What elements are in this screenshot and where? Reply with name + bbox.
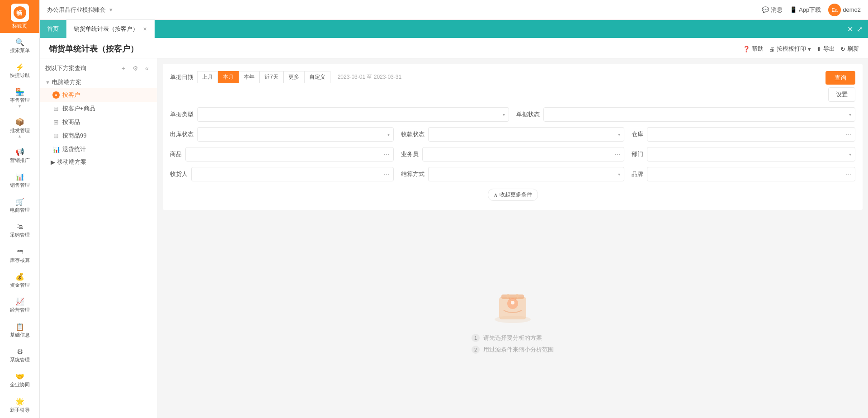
refresh-button[interactable]: ↻ 刷新 bbox=[840, 45, 859, 53]
date-btn-last-month[interactable]: 上月 bbox=[197, 71, 218, 83]
nav-item-wholesale[interactable]: 📦 批发管理 ▴ bbox=[0, 113, 39, 143]
add-scheme-button[interactable]: + bbox=[119, 64, 128, 73]
tab-close-icon[interactable]: ✕ bbox=[143, 26, 147, 32]
tab-actions: ✕ ⤢ bbox=[847, 25, 868, 33]
svg-point-10 bbox=[515, 294, 519, 298]
tree-item-g-icon: ⊞ bbox=[52, 119, 60, 126]
filter-row-receiver-settlement-brand: 收货人 ··· 结算方式 ▾ bbox=[170, 167, 855, 181]
nav-label-inventory: 库存核算 bbox=[10, 257, 30, 263]
tree-item-return-stats[interactable]: 📊 退货统计 bbox=[40, 142, 157, 156]
help-button[interactable]: ❓ 帮助 bbox=[743, 45, 764, 53]
brand-input[interactable]: ··· bbox=[647, 167, 855, 181]
query-button[interactable]: 查询 bbox=[826, 71, 855, 85]
department-select[interactable]: ▾ bbox=[647, 147, 855, 162]
message-label: 消息 bbox=[771, 6, 783, 14]
empty-state: 1 请先选择要分析的方案 2 用过滤条件来缩小分析范围 bbox=[163, 215, 863, 413]
stock-status-select[interactable]: ▾ bbox=[197, 127, 394, 142]
tabbar: 首页 销货单统计表（按客户） ✕ ✕ ⤢ bbox=[40, 20, 868, 38]
marketing-icon: 📢 bbox=[15, 147, 24, 157]
salesman-dots-icon[interactable]: ··· bbox=[614, 150, 620, 158]
nav-item-sales[interactable]: 📊 销售管理 bbox=[0, 168, 39, 193]
filter-item-brand: 品牌 ··· bbox=[632, 167, 855, 181]
stock-status-dropdown-icon: ▾ bbox=[387, 132, 390, 137]
user-menu[interactable]: Ea demo2 bbox=[828, 4, 861, 16]
nav-item-purchase[interactable]: 🛍 采购管理 bbox=[0, 218, 39, 242]
nav-item-marketing[interactable]: 📢 营销推广 bbox=[0, 143, 39, 168]
tree-item-ret-icon: 📊 bbox=[52, 146, 60, 153]
date-btn-7days[interactable]: 近7天 bbox=[259, 71, 283, 83]
settings-scheme-button[interactable]: ⚙ bbox=[131, 64, 140, 73]
date-btn-more[interactable]: 更多 bbox=[283, 71, 304, 83]
export-button[interactable]: ⬆ 导出 bbox=[816, 45, 835, 53]
stock-status-label: 出库状态 bbox=[170, 130, 193, 138]
tab-home[interactable]: 首页 bbox=[40, 20, 66, 38]
receiver-input[interactable]: ··· bbox=[191, 167, 394, 181]
tree-item-g99-label: 按商品99 bbox=[62, 132, 86, 140]
tree-group-desktop: ▼ 电脑端方案 ● 按客户 ⊞ 按客户+商品 ⊞ 按商品 bbox=[40, 76, 157, 156]
order-type-select[interactable]: ▾ bbox=[197, 107, 509, 122]
date-btn-this-month[interactable]: 本月 bbox=[218, 71, 239, 83]
warehouse-input[interactable]: ··· bbox=[647, 127, 855, 142]
message-button[interactable]: 💬 消息 bbox=[762, 6, 783, 14]
warehouse-dots-icon[interactable]: ··· bbox=[845, 130, 851, 138]
nav-item-operation[interactable]: 📈 经营管理 bbox=[0, 293, 39, 318]
ecommerce-icon: 🛒 bbox=[15, 197, 24, 206]
nav-label-system: 系统管理 bbox=[10, 357, 30, 363]
svg-point-9 bbox=[506, 294, 510, 298]
date-btn-this-year[interactable]: 本年 bbox=[239, 71, 259, 83]
quicknav-icon: ⚡ bbox=[15, 62, 24, 71]
salesman-input[interactable]: ··· bbox=[422, 147, 625, 162]
nav-label-basic: 基础信息 bbox=[10, 332, 30, 338]
receiver-label: 收货人 bbox=[170, 170, 188, 178]
print-icon: 🖨 bbox=[769, 46, 775, 52]
nav-item-guide[interactable]: 🌟 新手引导 bbox=[0, 393, 39, 418]
tree-item-by-goods[interactable]: ⊞ 按商品 bbox=[40, 115, 157, 129]
collapse-panel-button[interactable]: « bbox=[142, 64, 151, 73]
basic-icon: 📋 bbox=[15, 322, 24, 331]
tab-close-button[interactable]: ✕ bbox=[847, 25, 853, 33]
print-button[interactable]: 🖨 按模板打印 ▾ bbox=[769, 45, 811, 53]
collapse-button[interactable]: ∧ 收起更多条件 bbox=[488, 189, 538, 201]
nav-item-ecommerce[interactable]: 🛒 电商管理 bbox=[0, 193, 39, 218]
goods-dots-icon[interactable]: ··· bbox=[383, 150, 389, 158]
nav-item-system[interactable]: ⚙ 系统管理 bbox=[0, 342, 39, 367]
main-area: 办公用品行业模拟账套 ▾ 💬 消息 📱 App下载 Ea demo2 首页 bbox=[40, 0, 868, 418]
tree-item-customer-label: 按客户 bbox=[62, 91, 80, 99]
tree-item-by-goods99[interactable]: ⊞ 按商品99 bbox=[40, 129, 157, 142]
nav-item-basic[interactable]: 📋 基础信息 bbox=[0, 318, 39, 342]
tree-item-cg-icon: ⊞ bbox=[52, 105, 60, 112]
sub-group-mobile-label[interactable]: ▶ 移动端方案 bbox=[40, 156, 157, 168]
salesman-label: 业务员 bbox=[401, 150, 419, 158]
nav-item-quicknav[interactable]: ⚡ 快捷导航 bbox=[0, 58, 39, 83]
message-icon: 💬 bbox=[762, 6, 769, 13]
logo-area[interactable]: 畅 标账页 bbox=[0, 0, 39, 33]
order-status-select[interactable]: ▾ bbox=[543, 107, 855, 122]
tree-group-desktop-label[interactable]: ▼ 电脑端方案 bbox=[40, 76, 157, 88]
tree-group-expand-icon: ▼ bbox=[45, 80, 50, 85]
nav-item-search[interactable]: 🔍 搜索菜单 bbox=[0, 33, 39, 58]
settings-button[interactable]: 设置 bbox=[828, 87, 855, 102]
receiver-dots-icon[interactable]: ··· bbox=[383, 170, 389, 178]
nav-item-enterprise[interactable]: 🤝 企业协同 bbox=[0, 367, 39, 392]
topbar-dropdown-icon[interactable]: ▾ bbox=[109, 6, 113, 13]
tab-sales-stats[interactable]: 销货单统计表（按客户） ✕ bbox=[66, 20, 155, 38]
settlement-select[interactable]: ▾ bbox=[428, 167, 625, 181]
payment-status-select[interactable]: ▾ bbox=[428, 127, 625, 142]
nav-item-inventory[interactable]: 🗃 库存核算 bbox=[0, 243, 39, 268]
tree-item-by-customer-goods[interactable]: ⊞ 按客户+商品 bbox=[40, 102, 157, 115]
retail-arrow: ▾ bbox=[19, 104, 21, 109]
app-download-button[interactable]: 📱 App下载 bbox=[790, 6, 821, 14]
goods-label: 商品 bbox=[170, 150, 182, 158]
date-range-bar: 上月 本月 本年 近7天 更多 自定义 bbox=[197, 71, 330, 83]
goods-input[interactable]: ··· bbox=[185, 147, 394, 162]
order-status-label: 单据状态 bbox=[516, 110, 540, 119]
nav-item-finance[interactable]: 💰 资金管理 bbox=[0, 268, 39, 293]
empty-tip-1-text: 请先选择要分析的方案 bbox=[483, 334, 542, 342]
system-icon: ⚙ bbox=[15, 347, 24, 356]
nav-item-retail[interactable]: 🏪 零售管理 ▾ bbox=[0, 83, 39, 113]
date-btn-custom[interactable]: 自定义 bbox=[304, 71, 330, 83]
brand-dots-icon[interactable]: ··· bbox=[845, 170, 851, 178]
export-icon: ⬆ bbox=[816, 46, 821, 52]
tab-maximize-button[interactable]: ⤢ bbox=[857, 25, 863, 33]
tree-item-by-customer[interactable]: ● 按客户 bbox=[40, 88, 157, 102]
